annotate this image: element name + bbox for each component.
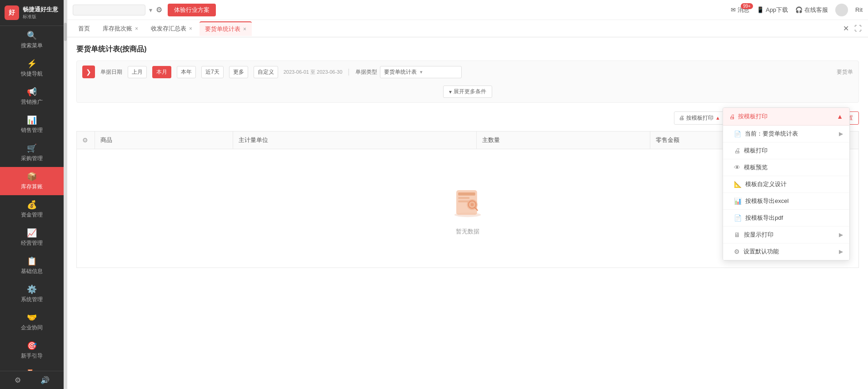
- app-download-btn[interactable]: 📱 App下载: [757, 6, 788, 14]
- table-col-quantity: 主数量: [477, 131, 650, 149]
- message-badge: 99+: [741, 3, 753, 9]
- date-btn-last-month[interactable]: 上月: [128, 66, 147, 78]
- empty-illustration: [445, 181, 490, 222]
- sidebar-item-purchase[interactable]: 🛒 采购管理: [0, 139, 64, 167]
- marketing-icon: 📢: [27, 87, 37, 97]
- table-col-goods: 商品: [95, 131, 233, 149]
- dropdown-current-item[interactable]: 📄 当前：要货单统计表 ▶: [723, 126, 849, 142]
- select-arrow-icon: ▾: [420, 69, 423, 75]
- dropdown-item-export-excel[interactable]: 📊 按模板导出excel: [723, 193, 849, 210]
- tab-receipts[interactable]: 收发存汇总表 ×: [145, 22, 198, 35]
- sidebar-item-operation[interactable]: 📈 经营管理: [0, 223, 64, 252]
- template-print-chevron-up: ▲: [715, 115, 720, 121]
- online-service-btn[interactable]: 🎧 在线客服: [795, 6, 828, 14]
- tab-order-stats[interactable]: 要货单统计表 ×: [200, 21, 252, 36]
- sidebar-item-basic[interactable]: 📋 基础信息: [0, 252, 64, 280]
- printer-icon: 🖨: [679, 115, 684, 121]
- dropdown-item-template-custom[interactable]: 📐 模板自定义设计: [723, 176, 849, 193]
- tab-home[interactable]: 首页: [73, 22, 95, 35]
- logo-icon: 好: [5, 5, 19, 20]
- dropdown-printer-icon: 🖨: [729, 113, 735, 120]
- table-col-unit: 主计量单位: [233, 131, 477, 149]
- dropdown-settings-icon: ⚙: [734, 248, 740, 255]
- dropdown-default-settings[interactable]: ⚙ 设置默认功能 ▶: [723, 243, 849, 260]
- headset-icon: 🎧: [795, 6, 803, 13]
- dropdown-excel-icon: 📊: [734, 197, 742, 205]
- sidebar-item-appstore[interactable]: 🏪 应用中心: [0, 364, 64, 371]
- dropdown-collapse-btn[interactable]: ▲: [837, 113, 843, 120]
- sidebar: 好 畅捷通好生意 标准版 🔍 搜索菜单 ⚡ 快捷导航 📢 营销推广 📊 销售管理…: [0, 0, 64, 389]
- sidebar-item-finance[interactable]: 💰 资金管理: [0, 195, 64, 223]
- purchase-icon: 🛒: [27, 143, 37, 153]
- user-avatar[interactable]: [835, 4, 848, 16]
- default-settings-arrow: ▶: [839, 248, 843, 255]
- topbar-search-input[interactable]: [73, 5, 145, 15]
- svg-point-8: [471, 203, 474, 206]
- filter-divider: |: [348, 68, 349, 76]
- tab-batch[interactable]: 库存批次账 ×: [97, 22, 144, 35]
- inventory-icon: 📦: [27, 172, 37, 182]
- basic-icon: 📋: [27, 256, 37, 266]
- date-range-text: 2023-06-01 至 2023-06-30: [284, 69, 343, 76]
- dropdown-preview-icon: 👁: [734, 164, 740, 171]
- sidebar-item-search[interactable]: 🔍 搜索菜单: [0, 26, 64, 54]
- sidebar-item-inventory[interactable]: 📦 库存算账: [0, 167, 64, 195]
- type-select[interactable]: 要货单统计表 ▾: [380, 66, 462, 78]
- dropdown-item-template-print[interactable]: 🖨 模板打印: [723, 142, 849, 159]
- tabs-controls: ✕ ⛶: [842, 23, 863, 34]
- sidebar-scrollbar[interactable]: [64, 0, 67, 389]
- svg-rect-2: [458, 192, 475, 196]
- table-settings-icon[interactable]: ⚙: [82, 136, 88, 144]
- message-btn[interactable]: ✉ 消息 99+: [731, 6, 749, 14]
- dropdown-item-template-preview[interactable]: 👁 模板预览: [723, 159, 849, 176]
- experience-btn[interactable]: 体验行业方案: [168, 4, 216, 16]
- sidebar-item-guide[interactable]: 🎯 新手引导: [0, 336, 64, 364]
- sidebar-item-system[interactable]: ⚙️ 系统管理: [0, 280, 64, 308]
- current-item-icon: 📄: [734, 131, 741, 137]
- topbar-settings-icon[interactable]: ⚙: [156, 5, 162, 14]
- sales-icon: 📊: [27, 115, 37, 125]
- tab-maximize-btn[interactable]: ⛶: [853, 24, 863, 34]
- date-btn-7days[interactable]: 近7天: [201, 66, 224, 78]
- dropdown-header-right: ▲: [837, 113, 843, 120]
- settings-footer-btn[interactable]: ⚙: [15, 376, 21, 384]
- filter-bar: ❯ 单据日期 上月 本月 本年 近7天 更多 自定义 2023-06-01 至 …: [76, 61, 859, 103]
- page-area: 要货单统计表(按商品) ❯ 单据日期 上月 本月 本年 近7天 更多 自定义 2…: [67, 37, 868, 389]
- sidebar-item-sales[interactable]: 📊 销售管理: [0, 111, 64, 139]
- finance-icon: 💰: [27, 200, 37, 210]
- dropdown-display-icon: 🖥: [734, 231, 740, 238]
- topbar-dropdown-arrow[interactable]: ▾: [149, 6, 152, 14]
- filter-toggle-btn[interactable]: ❯: [82, 66, 95, 78]
- message-icon: ✉: [731, 6, 736, 13]
- dropdown-display-print[interactable]: 🖥 按显示打印 ▶: [723, 227, 849, 243]
- dropdown-current-left: 📄 当前：要货单统计表: [734, 130, 798, 138]
- type-select-group: 单据类型 要货单统计表 ▾: [355, 66, 462, 78]
- sidebar-item-shortcut[interactable]: ⚡ 快捷导航: [0, 54, 64, 82]
- tab-close-all-btn[interactable]: ✕: [842, 23, 850, 34]
- page-container: 要货单统计表(按商品) ❯ 单据日期 上月 本月 本年 近7天 更多 自定义 2…: [67, 37, 868, 389]
- tab-close-order-stats[interactable]: ×: [243, 26, 246, 32]
- expand-filter-btn[interactable]: ▾ 展开更多条件: [443, 86, 492, 98]
- sidebar-item-marketing[interactable]: 📢 营销推广: [0, 82, 64, 111]
- operation-icon: 📈: [27, 228, 37, 238]
- date-btn-more[interactable]: 更多: [229, 66, 248, 78]
- template-print-btn[interactable]: 🖨 按模板打印 ▲: [674, 111, 725, 125]
- sound-footer-btn[interactable]: 🔊: [40, 376, 50, 384]
- main-content: ▾ ⚙ 体验行业方案 ✉ 消息 99+ 📱 App下载 🎧 在线客服 Rit 首…: [67, 0, 868, 389]
- sidebar-nav: 🔍 搜索菜单 ⚡ 快捷导航 📢 营销推广 📊 销售管理 🛒 采购管理 📦 库存算…: [0, 26, 64, 371]
- sidebar-item-enterprise[interactable]: 🤝 企业协同: [0, 308, 64, 336]
- dropdown-custom-icon: 📐: [734, 181, 742, 188]
- filter-row-1: ❯ 单据日期 上月 本月 本年 近7天 更多 自定义 2023-06-01 至 …: [82, 66, 853, 78]
- shortcut-icon: ⚡: [27, 59, 37, 69]
- dropdown-settings-left: ⚙ 设置默认功能: [734, 248, 779, 256]
- phone-icon: 📱: [757, 6, 764, 13]
- topbar-right: ✉ 消息 99+ 📱 App下载 🎧 在线客服 Rit: [731, 4, 863, 16]
- date-btn-this-month[interactable]: 本月: [152, 66, 171, 78]
- tab-close-receipts[interactable]: ×: [189, 26, 192, 31]
- date-btn-custom[interactable]: 自定义: [254, 66, 278, 78]
- dropdown-header: 🖨 按模板打印 ▲: [723, 108, 849, 126]
- date-btn-this-year[interactable]: 本年: [177, 66, 196, 78]
- tabs-bar: 首页 库存批次账 × 收发存汇总表 × 要货单统计表 × ✕ ⛶: [67, 20, 868, 37]
- tab-close-batch[interactable]: ×: [135, 26, 138, 31]
- dropdown-item-export-pdf[interactable]: 📄 按模板导出pdf: [723, 210, 849, 227]
